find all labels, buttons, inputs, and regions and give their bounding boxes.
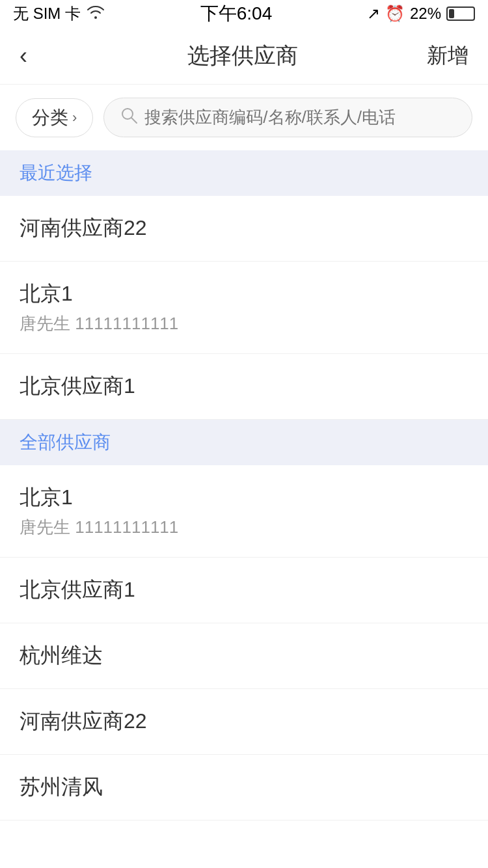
supplier-list: 最近选择河南供应商22北京1唐先生 11111111111北京供应商1全部供应商… — [0, 150, 488, 821]
filter-bar: 分类 › — [0, 85, 488, 150]
list-item[interactable]: 北京供应商1 — [0, 354, 488, 420]
wifi-icon — [86, 5, 105, 23]
status-time: 下午6:04 — [200, 1, 273, 26]
page-title: 选择供应商 — [187, 41, 298, 71]
item-name: 北京1 — [20, 280, 468, 308]
item-name: 北京供应商1 — [20, 372, 468, 401]
list-item[interactable]: 北京1唐先生 11111111111 — [0, 465, 488, 558]
battery-icon — [446, 7, 475, 21]
battery-percent: 22% — [410, 5, 441, 23]
item-name: 杭州维达 — [20, 642, 468, 670]
status-right: ↗ ⏰ 22% — [367, 5, 475, 23]
search-box[interactable] — [103, 98, 472, 137]
alarm-icon: ⏰ — [385, 5, 405, 23]
search-icon — [120, 106, 138, 129]
item-name: 苏州清风 — [20, 773, 468, 802]
section-header-all: 全部供应商 — [0, 420, 488, 465]
status-left: 无 SIM 卡 — [13, 3, 105, 24]
category-button[interactable]: 分类 › — [16, 98, 93, 137]
nav-bar: ‹ 选择供应商 新增 — [0, 27, 488, 85]
list-item[interactable]: 苏州清风 — [0, 755, 488, 821]
category-label: 分类 — [32, 105, 68, 130]
list-item[interactable]: 杭州维达 — [0, 623, 488, 689]
svg-line-1 — [131, 118, 137, 123]
item-name: 北京供应商1 — [20, 576, 468, 604]
item-sub: 唐先生 11111111111 — [20, 312, 468, 335]
item-name: 北京1 — [20, 483, 468, 512]
list-item[interactable]: 北京供应商1 — [0, 558, 488, 623]
list-item[interactable]: 河南供应商22 — [0, 196, 488, 262]
item-name: 河南供应商22 — [20, 707, 468, 736]
item-sub: 唐先生 11111111111 — [20, 516, 468, 539]
location-icon: ↗ — [367, 5, 380, 23]
item-name: 河南供应商22 — [20, 214, 468, 243]
chevron-right-icon: › — [72, 109, 77, 126]
search-input[interactable] — [144, 107, 456, 128]
no-sim-label: 无 SIM 卡 — [13, 3, 81, 24]
back-button[interactable]: ‹ — [20, 42, 59, 70]
add-button[interactable]: 新增 — [427, 42, 468, 70]
status-bar: 无 SIM 卡 下午6:04 ↗ ⏰ 22% — [0, 0, 488, 27]
list-item[interactable]: 北京1唐先生 11111111111 — [0, 262, 488, 354]
list-item[interactable]: 河南供应商22 — [0, 689, 488, 755]
section-header-recent: 最近选择 — [0, 150, 488, 196]
